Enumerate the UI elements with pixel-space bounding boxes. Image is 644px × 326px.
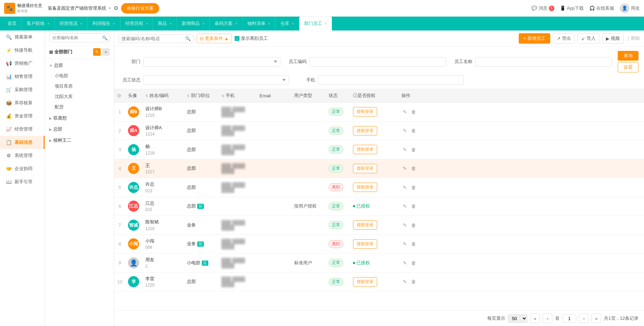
sidebar-item-采购管理[interactable]: 🛒采购管理 <box>0 83 45 96</box>
help-btn[interactable]: ｜帮助 <box>626 35 640 42</box>
nav-tab-close[interactable]: × <box>268 22 270 26</box>
settings-icon[interactable]: ⚙ <box>114 5 118 11</box>
nav-tab-close[interactable]: × <box>235 22 237 26</box>
delete-btn[interactable]: 🗑 <box>410 108 417 115</box>
system-dropdown-icon[interactable]: ▾ <box>109 6 111 10</box>
app-download-action[interactable]: 📱 App下载 <box>560 5 584 11</box>
edit-btn[interactable]: ✎ <box>401 108 408 115</box>
nav-tab-close[interactable]: × <box>113 22 115 26</box>
nav-tab-利润报告[interactable]: 利润报告× <box>88 17 120 30</box>
nav-tab-新增商品[interactable]: 新增商品× <box>177 17 210 30</box>
show-resigned-toggle[interactable]: ✓ 显示离职员工 <box>235 35 268 42</box>
dept-search-input[interactable] <box>49 33 110 42</box>
employee-search-bar[interactable]: 🔍 <box>118 34 194 43</box>
phone-input[interactable] <box>318 75 464 85</box>
next-page-btn[interactable]: › <box>579 314 589 323</box>
auth-login-btn[interactable]: 授权登录 <box>353 220 377 230</box>
nav-tab-经营历程[interactable]: 经营历程× <box>120 17 153 30</box>
dept-group-header[interactable]: ▶总部 <box>45 124 114 134</box>
delete-btn[interactable]: 🗑 <box>410 165 417 172</box>
auth-login-btn[interactable]: 授权登录 <box>353 183 377 192</box>
edit-btn[interactable]: ✎ <box>401 240 408 247</box>
set-btn[interactable]: 设置 <box>618 62 638 72</box>
edit-btn[interactable]: ✎ <box>401 259 408 266</box>
dept-child-item[interactable]: 配货 <box>45 102 114 112</box>
delete-btn[interactable]: 🗑 <box>410 240 417 247</box>
sidebar-item-系统管理[interactable]: ⚙系统管理 <box>0 149 45 162</box>
dept-collapse-btn[interactable]: « <box>102 48 110 56</box>
import-btn[interactable]: ↙ 导入 <box>578 33 599 44</box>
auth-login-btn[interactable]: 授权登录 <box>353 164 377 173</box>
dept-filter-select[interactable] <box>143 57 280 67</box>
sort-phone-icon[interactable]: ⇅ <box>221 94 224 98</box>
dept-all-btn[interactable]: ⊞ 全部部门 <box>49 49 72 55</box>
sidebar-item-新手引导[interactable]: 📖新手引导 <box>0 175 45 188</box>
edit-btn[interactable]: ✎ <box>401 165 408 172</box>
sort-dept-icon[interactable]: ⇅ <box>187 94 190 98</box>
edit-btn[interactable]: ✎ <box>401 146 408 153</box>
dept-group-header[interactable]: ▼总部 <box>45 60 114 71</box>
nav-tab-仓库[interactable]: 仓库× <box>275 17 299 30</box>
nav-tab-经营情况[interactable]: 经营情况× <box>55 17 88 30</box>
delete-btn[interactable]: 🗑 <box>410 146 417 153</box>
auth-login-btn[interactable]: 授权登录 <box>353 126 377 135</box>
dept-edit-btn[interactable]: ✎ <box>93 48 101 56</box>
per-page-select[interactable]: 50 100 <box>508 314 527 323</box>
sidebar-item-营销推广[interactable]: 📢营销推广 <box>0 57 45 70</box>
sidebar-item-搜索菜单[interactable]: 🔍搜索菜单 <box>0 30 45 44</box>
dept-child-item[interactable]: 小电部 <box>45 71 114 81</box>
nav-tab-条码方案[interactable]: 条码方案× <box>210 17 243 30</box>
edit-btn[interactable]: ✎ <box>401 127 408 134</box>
sidebar-item-销售管理[interactable]: 📊销售管理 <box>0 70 45 83</box>
auth-login-btn[interactable]: 授权登录 <box>353 239 377 249</box>
edit-btn[interactable]: ✎ <box>401 203 408 210</box>
try-btn[interactable]: 体验行业方案 <box>121 3 159 14</box>
delete-btn[interactable]: 🗑 <box>410 127 417 134</box>
page-number-input[interactable] <box>562 314 576 323</box>
sidebar-item-企业协同[interactable]: 🤝企业协同 <box>0 162 45 175</box>
dept-child-item[interactable]: 项目库房 <box>45 81 114 91</box>
prev-page-btn[interactable]: ‹ <box>543 314 552 323</box>
online-service-action[interactable]: 🎧 在线客服 <box>589 5 614 11</box>
emp-name-input[interactable] <box>475 57 612 67</box>
delete-btn[interactable]: 🗑 <box>410 222 417 229</box>
more-filter-btn[interactable]: ⊟ 更多条件 ▲ <box>197 34 232 43</box>
add-employee-btn[interactable]: + 新增员工 <box>519 33 550 44</box>
sidebar-item-经营管理[interactable]: 📈经营管理 <box>0 123 45 136</box>
nav-tab-close[interactable]: × <box>170 22 172 26</box>
delete-btn[interactable]: 🗑 <box>410 278 417 285</box>
export-btn[interactable]: ↗ 导出 <box>553 33 575 44</box>
nav-tab-首页[interactable]: 首页 <box>3 17 22 30</box>
delete-btn[interactable]: 🗑 <box>410 259 417 266</box>
emp-status-select[interactable] <box>143 75 289 85</box>
auth-login-btn[interactable]: 授权登录 <box>353 145 377 154</box>
auth-login-btn[interactable]: 授权登录 <box>353 107 377 116</box>
edit-btn[interactable]: ✎ <box>401 184 408 191</box>
nav-tab-close[interactable]: × <box>292 22 294 26</box>
query-btn[interactable]: 查询 <box>618 51 638 61</box>
nav-tab-close[interactable]: × <box>80 22 82 26</box>
nav-tab-商品[interactable]: 商品× <box>153 17 177 30</box>
delete-btn[interactable]: 🗑 <box>410 184 417 191</box>
nav-tab-close[interactable]: × <box>325 22 327 26</box>
dept-group-header[interactable]: ▶双鹿想 <box>45 113 114 123</box>
nav-tab-close[interactable]: × <box>202 22 205 26</box>
nav-tab-部门员工[interactable]: 部门员工× <box>299 17 332 30</box>
edit-btn[interactable]: ✎ <box>401 222 408 229</box>
delete-btn[interactable]: 🗑 <box>410 203 417 210</box>
edit-btn[interactable]: ✎ <box>401 278 408 285</box>
nav-tab-close[interactable]: × <box>146 22 148 26</box>
nav-tab-客户联络[interactable]: 客户联络× <box>22 17 55 30</box>
sidebar-item-库存核算[interactable]: 📦库存核算 <box>0 96 45 109</box>
employee-search-icon[interactable]: 🔍 <box>185 36 191 41</box>
nav-tab-close[interactable]: × <box>47 22 49 26</box>
sort-name-icon[interactable]: ⇅ <box>145 94 148 98</box>
last-page-btn[interactable]: » <box>591 314 601 323</box>
user-action[interactable]: 👤 用友 <box>620 3 640 13</box>
dept-child-item[interactable]: 沈阳大库 <box>45 91 114 102</box>
nav-tab-物料清单[interactable]: 物料清单× <box>243 17 275 30</box>
emp-code-input[interactable] <box>309 57 446 67</box>
dept-group-header[interactable]: ▶植树王二 <box>45 135 114 146</box>
message-action[interactable]: 💬 消息 5 <box>532 5 554 11</box>
first-page-btn[interactable]: « <box>530 314 540 323</box>
